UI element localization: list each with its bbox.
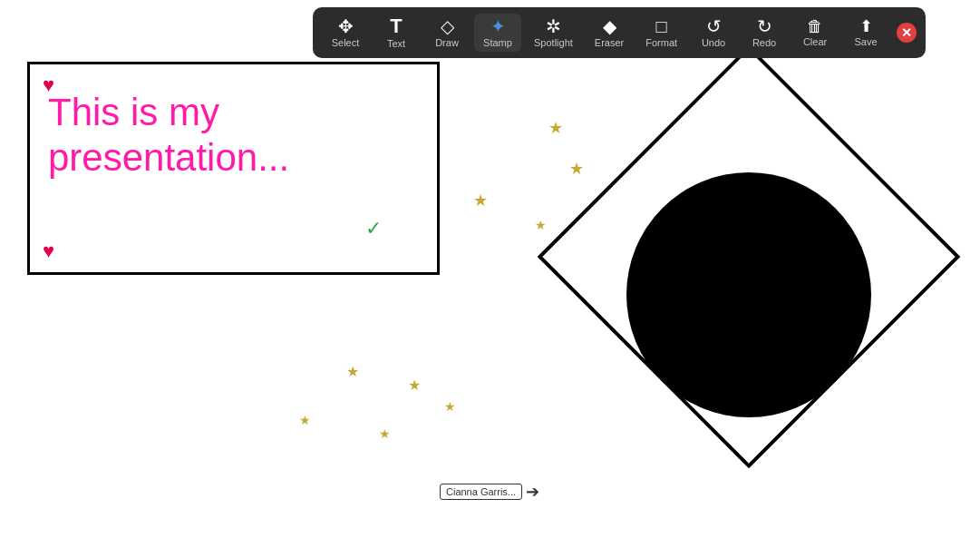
- toolbar: ✥ Select T Text ◇ Draw ✦ Stamp ✲ Spotlig…: [313, 7, 926, 58]
- star-7: ★: [444, 399, 456, 414]
- save-icon: ⬆: [859, 18, 873, 34]
- select-label: Select: [332, 37, 360, 48]
- spotlight-icon: ✲: [546, 17, 561, 35]
- tool-format[interactable]: □ Format: [636, 14, 686, 52]
- cursor-label: Cianna Garris... ➔: [440, 482, 539, 502]
- diamond-container: [536, 62, 962, 524]
- tool-save[interactable]: ⬆ Save: [842, 15, 889, 51]
- presentation-box[interactable]: ♥ This is my presentation... ✓ ♥: [27, 62, 440, 275]
- cursor-arrow-icon: ➔: [526, 482, 539, 502]
- tool-select[interactable]: ✥ Select: [322, 14, 369, 52]
- cursor-name-badge: Cianna Garris...: [440, 484, 522, 500]
- star-3: ★: [473, 191, 488, 210]
- stamp-icon: ✦: [490, 17, 506, 35]
- checkmark-icon: ✓: [365, 217, 382, 240]
- text-label: Text: [387, 38, 405, 49]
- star-9: ★: [379, 426, 391, 441]
- clear-label: Clear: [803, 36, 827, 47]
- eraser-icon: ◆: [603, 17, 616, 35]
- text-icon: T: [390, 16, 402, 36]
- draw-icon: ◇: [441, 17, 454, 35]
- redo-label: Redo: [752, 37, 776, 48]
- tool-undo[interactable]: ↺ Undo: [690, 14, 737, 52]
- tool-stamp[interactable]: ✦ Stamp: [474, 14, 521, 52]
- tool-text[interactable]: T Text: [373, 13, 420, 53]
- format-label: Format: [645, 37, 677, 48]
- spotlight-label: Spotlight: [534, 37, 573, 48]
- tool-redo[interactable]: ↻ Redo: [741, 14, 788, 52]
- undo-label: Undo: [702, 37, 725, 48]
- star-5: ★: [346, 363, 359, 380]
- tool-spotlight[interactable]: ✲ Spotlight: [525, 14, 582, 52]
- clear-icon: 🗑: [807, 18, 823, 34]
- black-circle: [626, 172, 871, 417]
- presentation-text: This is my presentation...: [48, 90, 437, 181]
- tool-clear[interactable]: 🗑 Clear: [791, 15, 839, 51]
- undo-icon: ↺: [706, 17, 722, 35]
- redo-icon: ↻: [757, 17, 772, 35]
- canvas: ♥ This is my presentation... ✓ ♥ ★ ★ ★ ★…: [0, 0, 980, 538]
- save-label: Save: [855, 36, 878, 47]
- star-6: ★: [408, 377, 421, 394]
- stamp-label: Stamp: [483, 37, 512, 48]
- tool-draw[interactable]: ◇ Draw: [423, 14, 471, 52]
- heart-bottom-icon: ♥: [43, 240, 54, 263]
- format-icon: □: [656, 17, 667, 35]
- star-8: ★: [299, 413, 311, 427]
- tool-eraser[interactable]: ◆ Eraser: [586, 14, 633, 52]
- close-button[interactable]: ✕: [897, 23, 917, 43]
- close-icon: ✕: [901, 25, 912, 40]
- draw-label: Draw: [435, 37, 459, 48]
- eraser-label: Eraser: [595, 37, 624, 48]
- select-icon: ✥: [338, 17, 354, 35]
